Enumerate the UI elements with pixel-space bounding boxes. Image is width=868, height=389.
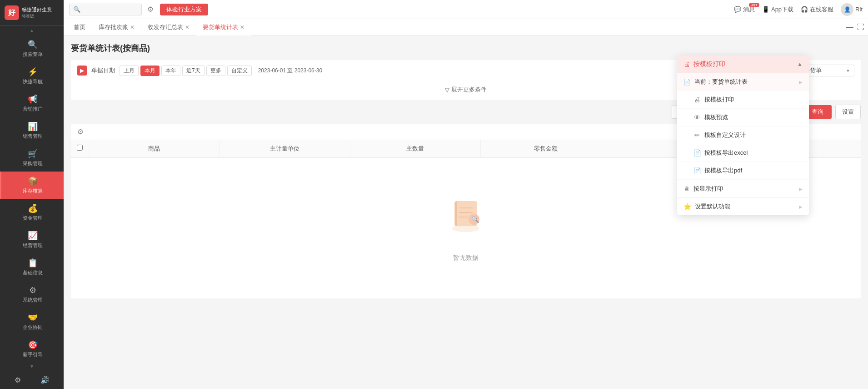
tab-close-receivables[interactable]: ✕ <box>185 24 190 30</box>
tab-maximize-icon[interactable]: ⛶ <box>857 23 864 31</box>
dropdown-header-right: ▲ <box>797 61 803 67</box>
search-icon: 🔍 <box>73 6 80 13</box>
purchase-icon: 🛒 <box>28 149 38 159</box>
sidebar-item-operations[interactable]: 📈 经营管理 <box>0 226 64 253</box>
dropdown-item-template-pdf[interactable]: 📄 按模板导出pdf <box>677 162 809 180</box>
sidebar-scroll-up[interactable]: ▲ <box>0 26 64 35</box>
dropdown-item-template-preview[interactable]: 👁 模板预览 <box>677 109 809 126</box>
user-avatar-action[interactable]: 👤 Rit <box>841 3 863 16</box>
username-label: Rit <box>855 6 863 13</box>
tab-close-order-stats[interactable]: ✕ <box>240 24 244 30</box>
sidebar-item-label: 快捷导航 <box>23 78 43 85</box>
template-preview-icon: 👁 <box>693 114 701 121</box>
sidebar-item-search[interactable]: 🔍 搜索菜单 <box>0 35 64 62</box>
print-header-icon: 🖨 <box>683 61 690 68</box>
sidebar-item-label: 采购管理 <box>23 160 43 167</box>
current-template-label: 当前：要货单统计表 <box>694 78 748 86</box>
app-download-action[interactable]: 📱 App下载 <box>762 5 793 14</box>
settings-bottom-icon[interactable]: ⚙ <box>15 376 21 384</box>
tab-inventory-batch[interactable]: 库存批次账 ✕ <box>92 19 141 35</box>
gear-icon[interactable]: ⚙ <box>147 5 154 14</box>
date-options: 上月 本月 本年 近7天 更多 自定义 <box>120 66 252 76</box>
sidebar-item-label: 库存核算 <box>23 187 43 194</box>
th-quantity: 主数量 <box>350 140 481 157</box>
current-template-icon: 📄 <box>683 79 691 86</box>
header-checkbox[interactable] <box>77 145 83 151</box>
sidebar-item-marketing[interactable]: 📢 营销推广 <box>0 90 64 117</box>
dropdown-item-template-excel[interactable]: 📄 按模板导出excel <box>677 144 809 162</box>
dropdown-header: 🖨 按模板打印 ▲ <box>677 56 809 73</box>
display-print-label: 按显示打印 <box>693 185 723 193</box>
settings-icon[interactable]: ⚙ <box>77 127 84 136</box>
sidebar-item-collab[interactable]: 🤝 企业协同 <box>0 308 64 335</box>
sidebar-item-basic[interactable]: 📋 基础信息 <box>0 253 64 281</box>
item-left-preview: 👁 模板预览 <box>693 113 728 121</box>
sidebar-item-label: 系统管理 <box>23 297 43 303</box>
dropdown-set-default[interactable]: ⭐ 设置默认功能 ▶ <box>677 197 809 215</box>
date-option-custom[interactable]: 自定义 <box>227 66 252 76</box>
template-pdf-label: 按模板导出pdf <box>704 167 742 175</box>
system-icon: ⚙ <box>29 285 36 295</box>
item-left-pdf: 📄 按模板导出pdf <box>693 167 742 175</box>
tab-home[interactable]: 首页 <box>67 19 92 35</box>
sidebar-item-finance[interactable]: 💰 资金管理 <box>0 199 64 226</box>
template-design-label: 模板自定义设计 <box>704 131 746 139</box>
sidebar-item-guide[interactable]: 🎯 新手引导 <box>0 335 64 362</box>
operations-icon: 📈 <box>28 231 38 241</box>
app-download-icon: 📱 <box>762 6 769 13</box>
date-option-current-month[interactable]: 本月 <box>140 66 160 76</box>
search-input[interactable] <box>82 6 138 13</box>
current-template-left: 📄 当前：要货单统计表 <box>683 78 748 86</box>
item-left-design: ✏ 模板自定义设计 <box>693 131 746 139</box>
item-left-excel: 📄 按模板导出excel <box>693 149 748 157</box>
sidebar-item-label: 新手引导 <box>23 351 43 358</box>
date-option-prev-month[interactable]: 上月 <box>120 66 139 76</box>
template-print-icon: 🖨 <box>693 96 701 103</box>
sidebar-item-label: 营销推广 <box>23 106 43 112</box>
sidebar-bottom: ⚙ 🔊 <box>0 371 64 389</box>
current-template-arrow: ▶ <box>799 80 803 85</box>
collab-icon: 🤝 <box>28 313 38 323</box>
sidebar-item-purchase[interactable]: 🛒 采购管理 <box>0 144 64 172</box>
dropdown-current-template[interactable]: 📄 当前：要货单统计表 ▶ <box>677 73 809 91</box>
dropdown-item-template-design[interactable]: ✏ 模板自定义设计 <box>677 126 809 144</box>
template-print-label: 按模板打印 <box>704 96 734 104</box>
set-default-icon: ⭐ <box>683 203 691 210</box>
th-unit: 主计量单位 <box>219 140 350 157</box>
search-box[interactable]: 🔍 <box>69 4 142 15</box>
sidebar-item-system[interactable]: ⚙ 系统管理 <box>0 281 64 308</box>
date-range: 2023-06-01 至 2023-06-30 <box>258 67 322 75</box>
dropdown-title: 按模板打印 <box>693 60 725 68</box>
sidebar-scroll-down[interactable]: ▼ <box>0 362 64 371</box>
dropdown-item-template-print[interactable]: 🖨 按模板打印 <box>677 91 809 109</box>
sidebar-nav: 🔍 搜索菜单 ⚡ 快捷导航 📢 营销推广 📊 销售管理 🛒 采购管理 📦 库存核… <box>0 35 64 362</box>
date-option-7days[interactable]: 近7天 <box>182 66 205 76</box>
order-category-arrow: ▼ <box>846 68 850 73</box>
filter-expand-arrow[interactable]: ▶ <box>77 66 87 76</box>
date-option-more[interactable]: 更多 <box>206 66 225 76</box>
topbar: 🔍 ⚙ 体验行业方案 💬 消息 99+ 📱 App下载 🎧 在线客服 👤 Rit <box>64 0 868 19</box>
trial-button[interactable]: 体验行业方案 <box>160 4 208 15</box>
tab-receivables[interactable]: 收发存汇总表 ✕ <box>141 19 196 35</box>
tab-close-inventory-batch[interactable]: ✕ <box>130 24 135 30</box>
speaker-bottom-icon[interactable]: 🔊 <box>40 376 50 384</box>
tab-order-stats[interactable]: 要货单统计表 ✕ <box>196 19 251 35</box>
logo-icon: 好 <box>5 5 19 20</box>
expand-more-btn[interactable]: ▽ 展开更多条件 <box>440 84 491 96</box>
sidebar-item-label: 经营管理 <box>23 242 43 249</box>
message-action[interactable]: 💬 消息 99+ <box>734 5 755 14</box>
dropdown-display-print[interactable]: 🖥 按显示打印 ▶ <box>677 180 809 197</box>
setting-btn[interactable]: 设置 <box>835 105 861 119</box>
sidebar-item-quick-nav[interactable]: ⚡ 快捷导航 <box>0 62 64 90</box>
sidebar-item-inventory[interactable]: 📦 库存核算 <box>0 172 64 199</box>
sidebar-item-sales[interactable]: 📊 销售管理 <box>0 117 64 144</box>
marketing-icon: 📢 <box>28 94 38 104</box>
sidebar-item-label: 销售管理 <box>23 133 43 140</box>
item-left-print: 🖨 按模板打印 <box>693 96 734 104</box>
tab-minimize-icon[interactable]: — <box>846 23 853 31</box>
app-logo: 好 畅捷通好生意 标准版 <box>0 0 64 26</box>
search-icon: 🔍 <box>28 40 38 50</box>
online-service-action[interactable]: 🎧 在线客服 <box>801 5 833 14</box>
date-option-current-year[interactable]: 本年 <box>161 66 180 76</box>
chevron-up-icon[interactable]: ▲ <box>797 61 803 67</box>
